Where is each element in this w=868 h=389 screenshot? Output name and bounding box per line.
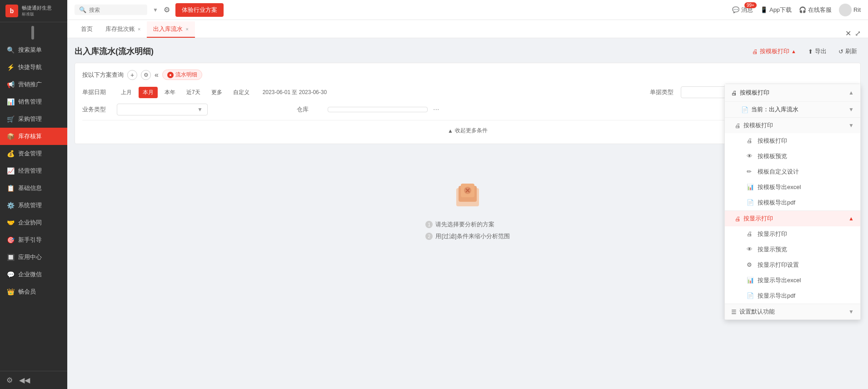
template-print-section-icon: 🖨 — [735, 122, 741, 129]
topbar-gear-icon[interactable]: ⚙ — [164, 5, 170, 14]
message-btn[interactable]: 💬 消息 99+ — [732, 6, 753, 14]
template-print-section: 🖨 按模板打印 ▼ 🖨 按模板打印 👁 按模板预览 ✏ — [725, 118, 860, 211]
sidebar-item-inventory[interactable]: 📦 库存核算 — [0, 128, 67, 145]
tab-bar: 首页 库存批次账 × 出入库流水 × ✕ ⤢ — [67, 20, 868, 38]
filter-settings-btn[interactable]: ⚙ — [141, 70, 151, 80]
date-recent-7[interactable]: 近7天 — [182, 87, 205, 98]
footer-arrow[interactable]: ▼ — [848, 309, 854, 315]
sidebar-item-basic-info[interactable]: 📋 基础信息 — [0, 180, 67, 197]
date-more[interactable]: 更多 — [207, 87, 226, 98]
collapse-arrow-icon: ▲ — [448, 128, 453, 134]
sidebar-item-cooperation[interactable]: 🤝 企业协同 — [0, 214, 67, 231]
dropdown-header: 🖨 按模板打印 ▲ — [725, 84, 860, 102]
sidebar-item-quick-nav[interactable]: ⚡ 快捷导航 — [0, 59, 67, 76]
sidebar-item-operations[interactable]: 📈 经营管理 — [0, 162, 67, 180]
current-template-icon: 📄 — [741, 106, 748, 113]
trial-btn[interactable]: 体验行业方案 — [175, 3, 224, 17]
sidebar-item-sales[interactable]: 📊 销售管理 — [0, 93, 67, 110]
search-input[interactable] — [89, 7, 125, 13]
tab-home[interactable]: 首页 — [75, 21, 99, 38]
empty-state-illustration — [449, 177, 486, 213]
date-prev-month[interactable]: 上月 — [117, 87, 136, 98]
display-print-item[interactable]: 🖨 按显示打印 — [725, 226, 860, 242]
display-print-section: 🖨 按显示打印 ▲ 🖨 按显示打印 👁 按显示预览 ⚙ — [725, 211, 860, 304]
display-section-expand[interactable]: ▲ — [848, 215, 854, 222]
date-this-month[interactable]: 本月 — [139, 87, 158, 98]
logo-icon: b — [5, 5, 18, 17]
date-custom[interactable]: 自定义 — [229, 87, 254, 98]
template-custom-item[interactable]: ✏ 模板自定义设计 — [725, 164, 860, 180]
display-preview-item[interactable]: 👁 按显示预览 — [725, 242, 860, 257]
tab-flow-close[interactable]: × — [185, 26, 188, 32]
display-print-header[interactable]: 🖨 按显示打印 ▲ — [725, 211, 860, 226]
tab-batch-account[interactable]: 库存批次账 × — [99, 21, 147, 38]
template-export-pdf-item[interactable]: 📄 按模板导出pdf — [725, 195, 860, 210]
display-export-pdf-label: 按显示导出pdf — [758, 292, 795, 300]
warehouse-select[interactable] — [328, 107, 428, 112]
quick-nav-icon: ⚡ — [6, 63, 15, 71]
topbar-search-icon: 🔍 — [79, 6, 86, 13]
empty-tip-1: 1 请先选择要分析的方案 — [425, 220, 509, 229]
template-print-header[interactable]: 🖨 按模板打印 ▼ — [725, 118, 860, 133]
display-export-pdf-item[interactable]: 📄 按显示导出pdf — [725, 288, 860, 304]
display-export-excel-label: 按显示导出excel — [758, 276, 801, 284]
settings-bottom-icon[interactable]: ⚙ — [6, 376, 13, 384]
warehouse-label: 仓库 — [297, 105, 324, 114]
sidebar-item-wechat[interactable]: 💬 企业微信 — [0, 266, 67, 283]
filter-tag[interactable]: ● 流水明细 — [162, 70, 202, 80]
refresh-btn[interactable]: ↺ 刷新 — [835, 45, 861, 57]
template-print-item[interactable]: 🖨 按模板打印 — [725, 133, 860, 149]
sidebar-item-purchase[interactable]: 🛒 采购管理 — [0, 110, 67, 128]
sidebar-item-search[interactable]: 🔍 搜索菜单 — [0, 41, 67, 59]
display-print-settings-item[interactable]: ⚙ 按显示打印设置 — [725, 257, 860, 273]
sidebar-item-marketing[interactable]: 📢 营销推广 — [0, 76, 67, 93]
close-icon[interactable]: ✕ — [845, 29, 851, 38]
display-print-settings-icon: ⚙ — [747, 261, 754, 269]
print-template-btn[interactable]: 🖨 按模板打印 ▲ — [748, 45, 800, 57]
template-export-excel-icon: 📊 — [747, 184, 754, 191]
topbar-search-box[interactable]: 🔍 — [75, 5, 147, 15]
date-this-year[interactable]: 本年 — [160, 87, 180, 98]
sidebar-item-app-center[interactable]: 🔲 应用中心 — [0, 249, 67, 266]
business-type-select[interactable]: ▼ — [117, 104, 208, 115]
user-profile[interactable]: Rit — [839, 4, 861, 16]
empty-tip-1-text: 请先选择要分析的方案 — [435, 220, 494, 229]
sidebar-item-system[interactable]: ⚙️ 系统管理 — [0, 197, 67, 214]
template-print-section-label: 按模板打印 — [743, 121, 773, 130]
display-print-settings-label: 按显示打印设置 — [758, 261, 799, 269]
template-section-expand[interactable]: ▼ — [848, 122, 854, 129]
export-btn[interactable]: ⬆ 导出 — [804, 45, 830, 57]
template-print-item-icon: 🖨 — [747, 137, 754, 145]
filter-add-btn[interactable]: + — [127, 70, 137, 80]
filter-collapse-icon[interactable]: « — [155, 71, 159, 79]
topbar-dropdown-arrow[interactable]: ▼ — [153, 7, 158, 13]
date-filter-options: 上月 本月 本年 近7天 更多 自定义 — [117, 87, 254, 98]
sidebar-item-finance[interactable]: 💰 资金管理 — [0, 145, 67, 162]
template-preview-item[interactable]: 👁 按模板预览 — [725, 149, 860, 164]
sidebar-item-member-label: 畅会员 — [18, 288, 36, 296]
sidebar-item-system-label: 系统管理 — [18, 201, 42, 209]
dropdown-header-collapse[interactable]: ▲ — [848, 90, 854, 96]
sidebar-item-finance-label: 资金管理 — [18, 150, 42, 158]
collapse-more-btn[interactable]: ▲ 收起更多条件 — [448, 124, 488, 137]
display-print-section-icon: 🖨 — [735, 215, 741, 222]
print-dropdown-arrow[interactable]: ▲ — [791, 49, 796, 54]
template-print-item-label: 按模板打印 — [758, 137, 787, 145]
sidebar-item-member[interactable]: 👑 畅会员 — [0, 283, 67, 300]
tab-flow[interactable]: 出入库流水 × — [147, 21, 195, 38]
display-preview-label: 按显示预览 — [758, 245, 787, 254]
online-service-btn[interactable]: 🎧 在线客服 — [799, 6, 832, 14]
warehouse-dots[interactable]: ··· — [433, 105, 439, 114]
sidebar-item-guide[interactable]: 🎯 新手引导 — [0, 231, 67, 249]
dropdown-panel: 🖨 按模板打印 ▲ 📄 当前：出入库流水 ▼ 🖨 按模板打印 — [724, 84, 861, 320]
tab-batch-account-close[interactable]: × — [138, 26, 140, 32]
help-bottom-icon[interactable]: ◀◀ — [19, 376, 30, 384]
expand-icon[interactable]: ⤢ — [855, 29, 861, 38]
topbar: 🔍 ▼ ⚙ 体验行业方案 💬 消息 99+ 📱 App下载 🎧 在线客服 Rit — [67, 0, 868, 20]
display-export-excel-item[interactable]: 📊 按显示导出excel — [725, 273, 860, 288]
app-download-btn[interactable]: 📱 App下载 — [760, 6, 792, 14]
dropdown-footer[interactable]: ☰ 设置默认功能 ▼ — [725, 304, 860, 319]
current-template-arrow[interactable]: ▼ — [848, 106, 854, 113]
sidebar-nav: 🔍 搜索菜单 ⚡ 快捷导航 📢 营销推广 📊 销售管理 🛒 采购管理 📦 库存核… — [0, 22, 67, 371]
template-export-excel-item[interactable]: 📊 按模板导出excel — [725, 180, 860, 195]
